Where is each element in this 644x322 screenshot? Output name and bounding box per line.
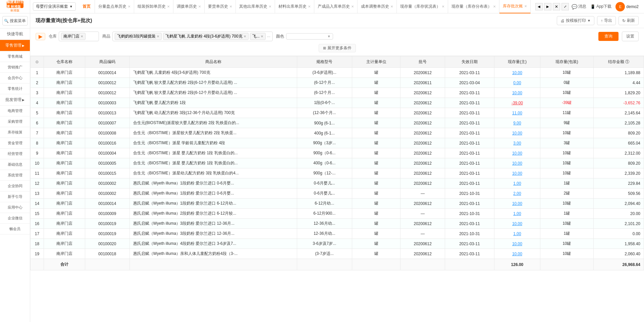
export-btn[interactable]: ↑ 导出 (597, 16, 616, 25)
tab-close-tiao[interactable]: ✕ (198, 5, 201, 8)
cell-qty-main[interactable]: -39.00 (494, 98, 540, 108)
tab-chanpin[interactable]: 产成品入库单历史 ✕ (314, 0, 358, 13)
goods-tag-1-close[interactable]: ✕ (157, 35, 159, 38)
cell-qty-main[interactable]: 2.00 (494, 189, 540, 199)
sidebar-item-inventory[interactable]: 库存核算 (0, 127, 30, 138)
user-avatar[interactable]: E (615, 2, 625, 11)
expand-conditions-btn[interactable]: ⊞ 展开更多条件 (319, 44, 356, 52)
tab-zu[interactable]: 组装拆卸单历史 ✕ (134, 0, 173, 13)
cell-name: 飞鹤星飞帆 婴儿配方奶粉 1段 (129, 98, 297, 108)
cell-qty-main[interactable]: 11.00 (494, 108, 540, 118)
cell-expire: 2021-03-11 (445, 249, 494, 259)
tab-close-all-btn[interactable]: ✕ (553, 3, 560, 10)
refresh-btn[interactable]: ↻ 刷新 (619, 16, 639, 25)
tab-xianzai1[interactable]: 现存量（库存状况表） ✕ (397, 0, 448, 13)
tab-cailiao[interactable]: 材料出库单历史 ✕ (275, 0, 314, 13)
sidebar-item-ecommerce[interactable]: 电商管理 (0, 106, 30, 116)
tab-xianzai2[interactable]: 现存量（库存分布表） ✕ (448, 0, 499, 13)
user-name[interactable]: demo2 (626, 4, 639, 9)
sidebar-item-wholesale[interactable]: 批发管理 ▶ (0, 94, 30, 106)
sidebar-item-member2[interactable]: 畅会员 (0, 224, 30, 234)
logo: 畅捷通好生意 标准版 标准版 (0, 0, 30, 13)
print-icon: 🖨 (560, 18, 565, 23)
sidebar-item-enterprise[interactable]: 企业协同 (0, 181, 30, 192)
sidebar-item-retail[interactable]: 零售管理 ▶ (0, 40, 30, 51)
cell-qty-main[interactable]: 1.00 (494, 209, 540, 219)
tab-close-chengben[interactable]: ✕ (390, 5, 393, 8)
cell-qty-main[interactable]: 1.00 (494, 178, 540, 189)
cell-qty-main[interactable]: 9.00 (494, 118, 540, 128)
sidebar-item-basic[interactable]: 基础信息 (0, 159, 30, 170)
tab-chengben[interactable]: 成本调整单历史 ✕ (358, 0, 397, 13)
cell-qty-main[interactable]: 0.00 (494, 78, 540, 88)
sidebar-item-system[interactable]: 系统管理 (0, 170, 30, 181)
print-btn[interactable]: 🖨 按模板打印 ▼ (557, 16, 594, 25)
tab-close-xianzai1[interactable]: ✕ (442, 5, 444, 8)
query-btn[interactable]: 查询 (598, 32, 619, 41)
tab-close-pici[interactable]: ✕ (524, 4, 527, 8)
sidebar-item-member[interactable]: 会员中心 (0, 73, 30, 84)
tab-yao[interactable]: 要货单历史 ✕ (205, 0, 236, 13)
cell-idx: 16 (31, 219, 44, 229)
cell-qty-main[interactable]: 10.00 (494, 168, 540, 178)
sidebar-item-appcenter[interactable]: 应用中心 (0, 202, 30, 213)
cell-qty-main[interactable]: 10.00 (494, 219, 540, 229)
cell-spec: 0-6月婴儿... (297, 178, 352, 189)
column-settings-icon[interactable]: ⚙ (35, 60, 39, 64)
cell-qty-main[interactable]: 10.00 (494, 239, 540, 249)
sidebar-item-finance[interactable]: 资金管理 (0, 138, 30, 149)
goods-tag-3-close[interactable]: ✕ (261, 35, 263, 38)
tab-close-xianzai2[interactable]: ✕ (493, 5, 496, 8)
sidebar-item-wechat[interactable]: 企业微信 (0, 213, 30, 224)
warehouse-tag-close[interactable]: ✕ (80, 35, 83, 38)
tab-nav-next[interactable]: ▶ (544, 3, 551, 10)
cell-expire: 2021-03-11 (445, 199, 494, 209)
cell-qty-main[interactable]: 10.00 (494, 128, 540, 138)
tab-close-cailiao[interactable]: ✕ (308, 5, 311, 8)
goods-tag-2-close[interactable]: ✕ (244, 35, 246, 38)
cell-qty-main[interactable]: 10.00 (494, 158, 540, 168)
cell-qty-main[interactable]: 10.00 (494, 249, 540, 259)
color-filter-container[interactable]: ▼ (286, 33, 333, 40)
sidebar-item-business[interactable]: 经营管理 (0, 149, 30, 159)
filter-toggle-btn[interactable]: ▶ (36, 33, 45, 40)
sidebar-item-newguide[interactable]: 新手引导 (0, 192, 30, 202)
cell-qty-main[interactable]: 10.00 (494, 88, 540, 98)
color-filter-label: 颜色 (276, 34, 284, 39)
tab-close-fen[interactable]: ✕ (128, 5, 130, 8)
tab-qita[interactable]: 其他出库单历史 ✕ (236, 0, 275, 13)
quick-nav-item[interactable]: 快捷导航 (0, 29, 30, 40)
footer-total-qty: 126.00 (494, 259, 540, 270)
sidebar-item-retail-shop[interactable]: 零售商城 (0, 51, 30, 62)
message-btn[interactable]: 💬 消息 (572, 4, 586, 9)
tab-fen[interactable]: 分量盘点单历史 ✕ (95, 0, 134, 13)
cell-qty-main[interactable]: 1.00 (494, 229, 540, 239)
goods-filter-container[interactable]: 飞鹤奶粉3段丙罐搅装 ✕ 飞鹤星飞帆 儿童奶粉 4段(3-6岁适用) 700克 … (112, 32, 273, 41)
cell-qty-main[interactable]: 10.00 (494, 68, 540, 78)
app-download-btn[interactable]: 📱 App下载 (590, 4, 611, 9)
col-batch: 批号 (400, 56, 445, 68)
sidebar-item-purchase[interactable]: 采购管理 (0, 116, 30, 127)
col-settings[interactable]: ⚙ (31, 56, 44, 68)
tab-close-chanpin[interactable]: ✕ (351, 5, 354, 8)
cell-expire: 2021-10-31 (445, 189, 494, 199)
cell-qty-main[interactable]: 3.00 (494, 138, 540, 148)
tab-close-zu[interactable]: ✕ (167, 5, 170, 8)
cell-qty-main[interactable]: 10.00 (494, 199, 540, 209)
cell-idx: 10 (31, 158, 44, 168)
sidebar-item-marketing[interactable]: 营销推广 (0, 62, 30, 73)
tab-maximize-btn[interactable]: ⤢ (561, 3, 569, 10)
tab-close-qita[interactable]: ✕ (269, 5, 271, 8)
tab-home[interactable]: 首页 (78, 0, 95, 13)
tab-nav-prev[interactable]: ◀ (535, 3, 543, 10)
warehouse-filter-container[interactable]: 南岸门店 ✕ (59, 32, 99, 41)
settings-btn[interactable]: 设置 (622, 32, 639, 41)
sidebar-item-retail-stat[interactable]: 零售统计 (0, 84, 30, 94)
cell-qty-main[interactable]: 10.00 (494, 148, 540, 158)
tab-tiao[interactable]: 调拨单历史 ✕ (173, 0, 205, 13)
cell-name: 惠氏启赋（Wyeth illuma）1段奶粉 爱尔兰进口 0-6月婴... (129, 178, 297, 189)
org-selector[interactable]: 母婴行业演示账套 ▼ (33, 2, 76, 11)
tab-close-yao[interactable]: ✕ (229, 5, 232, 8)
search-menu-btn[interactable]: 🔍 搜索菜单 (0, 13, 30, 29)
tab-pici[interactable]: 库存批次账 ✕ (499, 0, 531, 13)
